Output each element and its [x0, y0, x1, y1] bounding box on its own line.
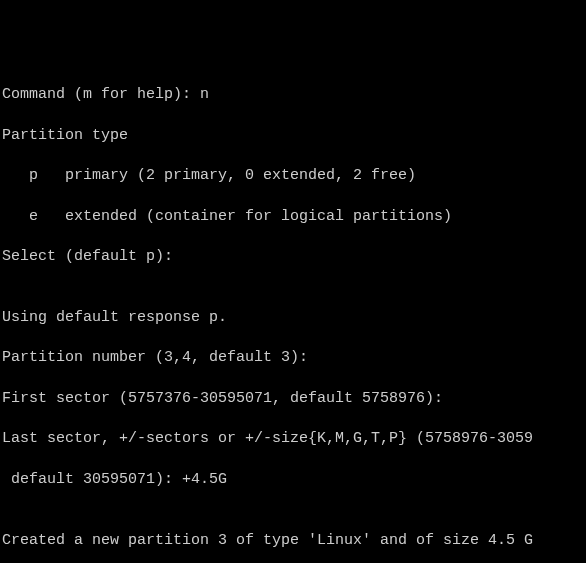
terminal-line: default 30595071): +4.5G — [2, 470, 584, 490]
terminal-line: Created a new partition 3 of type 'Linux… — [2, 531, 584, 551]
terminal-line: Using default response p. — [2, 308, 584, 328]
terminal-line: Command (m for help): n — [2, 85, 584, 105]
terminal-line: p primary (2 primary, 0 extended, 2 free… — [2, 166, 584, 186]
terminal-line: Partition number (3,4, default 3): — [2, 348, 584, 368]
terminal-line: First sector (5757376-30595071, default … — [2, 389, 584, 409]
terminal-line: Select (default p): — [2, 247, 584, 267]
terminal-line: e extended (container for logical partit… — [2, 207, 584, 227]
terminal-line: Last sector, +/-sectors or +/-size{K,M,G… — [2, 429, 584, 449]
terminal-line: Partition type — [2, 126, 584, 146]
